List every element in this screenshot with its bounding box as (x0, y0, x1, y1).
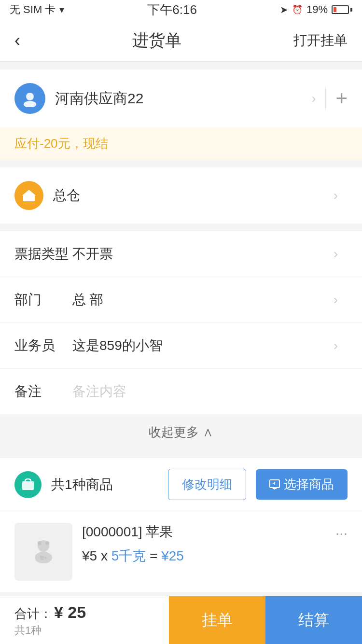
product-more-button[interactable]: ··· (335, 523, 348, 541)
products-icon (14, 471, 42, 498)
products-count: 共1种商品 (51, 476, 158, 494)
svg-point-1 (24, 101, 36, 107)
page-title: 进货单 (132, 29, 181, 52)
notes-label: 备注 (14, 382, 72, 401)
status-left: 无 SIM 卡 ▾ (10, 2, 64, 17)
product-item: 智+ [0000001] 苹果 ¥5 x 5千克 = ¥25 ··· (0, 511, 362, 593)
product-info: [0000001] 苹果 ¥5 x 5千克 = ¥25 (82, 523, 326, 565)
divider-3 (0, 224, 362, 231)
open-hang-button[interactable]: 打开挂单 (293, 31, 348, 50)
form-section: 票据类型 不开票 › 部门 总 部 › 业务员 这是859的小智 › 备注 备注… (0, 231, 362, 414)
supplier-notice: 应付-20元，现结 (0, 127, 362, 160)
salesperson-label: 业务员 (14, 336, 72, 355)
carrier-text: 无 SIM 卡 (10, 2, 56, 17)
department-label: 部门 (14, 291, 72, 309)
invoice-type-value: 不开票 (72, 245, 334, 263)
svg-point-12 (38, 541, 42, 545)
status-bar: 无 SIM 卡 ▾ 下午6:16 ➤ ⏰ 19% (0, 0, 362, 19)
invoice-chevron-icon: › (334, 246, 338, 262)
back-button[interactable]: ‹ (14, 30, 20, 51)
select-product-label: 选择商品 (284, 476, 334, 493)
select-product-button[interactable]: 选择商品 (256, 469, 348, 500)
edit-detail-button[interactable]: 修改明细 (168, 469, 246, 500)
add-supplier-button[interactable]: + (325, 87, 348, 110)
alarm-icon: ⏰ (292, 4, 303, 15)
salesperson-row[interactable]: 业务员 这是859的小智 › (0, 322, 362, 368)
supplier-avatar (14, 83, 45, 114)
svg-point-0 (26, 93, 34, 100)
product-thumbnail: 智+ (14, 523, 72, 581)
salesperson-value: 这是859的小智 (72, 336, 334, 355)
bottom-bar: 合计： ¥ 25 共1种 挂单 结算 (0, 596, 362, 644)
total-section: 合计： ¥ 25 共1种 (0, 596, 169, 644)
location-icon: ➤ (280, 4, 288, 15)
invoice-type-label: 票据类型 (14, 245, 72, 263)
warehouse-row[interactable]: 总仓 › (0, 168, 362, 224)
battery-percent: 19% (306, 3, 328, 16)
warehouse-name: 总仓 (53, 186, 334, 205)
battery-icon (332, 5, 352, 14)
supplier-row[interactable]: 河南供应商22 › + (0, 70, 362, 127)
salesperson-chevron-icon: › (334, 338, 338, 353)
warehouse-section: 总仓 › (0, 168, 362, 224)
checkout-button[interactable]: 结算 (265, 596, 362, 644)
divider-2 (0, 160, 362, 168)
invoice-type-row[interactable]: 票据类型 不开票 › (0, 231, 362, 277)
product-name: [0000001] 苹果 (82, 523, 326, 541)
department-value: 总 部 (72, 291, 334, 309)
total-amount: ¥ 25 (54, 603, 86, 622)
hang-label: 挂单 (202, 610, 233, 631)
svg-point-13 (45, 541, 49, 545)
svg-text:智+: 智+ (40, 555, 47, 560)
svg-rect-2 (23, 195, 35, 201)
product-price: ¥5 x 5千克 = ¥25 (82, 547, 326, 565)
supplier-name: 河南供应商22 (55, 89, 311, 109)
total-count: 共1种 (14, 623, 154, 638)
department-row[interactable]: 部门 总 部 › (0, 277, 362, 322)
products-header: 共1种商品 修改明细 选择商品 (0, 458, 362, 511)
collapse-button[interactable]: 收起更多 ∧ (0, 414, 362, 450)
nav-bar: ‹ 进货单 打开挂单 (0, 19, 362, 62)
svg-rect-4 (22, 481, 34, 490)
checkout-label: 结算 (298, 610, 329, 631)
supplier-section: 河南供应商22 › + 应付-20元，现结 (0, 70, 362, 160)
svg-marker-3 (22, 190, 36, 196)
total-label: 合计： (14, 605, 52, 622)
status-right: ➤ ⏰ 19% (280, 3, 352, 16)
notes-placeholder: 备注内容 (72, 382, 348, 401)
status-time: 下午6:16 (147, 1, 197, 18)
chevron-right-icon: › (311, 91, 316, 106)
divider-4 (0, 450, 362, 458)
products-section: 共1种商品 修改明细 选择商品 智+ [000 (0, 458, 362, 593)
notes-row[interactable]: 备注 备注内容 (0, 368, 362, 414)
divider-1 (0, 62, 362, 70)
wifi-icon: ▾ (59, 4, 64, 15)
warehouse-icon (14, 181, 43, 210)
department-chevron-icon: › (334, 292, 338, 308)
warehouse-chevron-icon: › (334, 188, 338, 203)
hang-button[interactable]: 挂单 (169, 596, 265, 644)
